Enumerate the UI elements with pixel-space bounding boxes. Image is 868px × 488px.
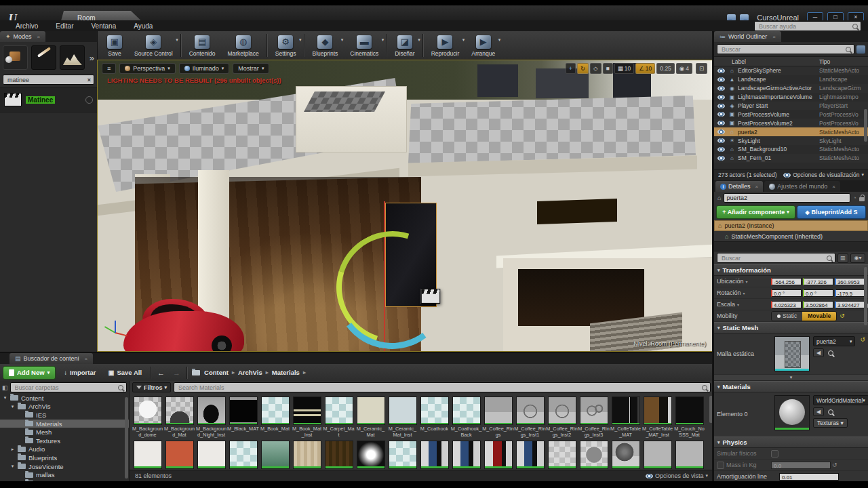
browse-icon[interactable] <box>828 350 833 356</box>
tree-arrow-icon[interactable]: ▾ <box>10 404 15 409</box>
static-mesh-dropdown[interactable]: puerta2▾ <box>813 336 855 346</box>
scale-x-input[interactable]: 4.026323 <box>771 301 802 308</box>
close-icon[interactable]: × <box>832 184 835 190</box>
asset-tile[interactable] <box>291 439 323 469</box>
asset-tile[interactable] <box>259 439 291 469</box>
toolbar-button-settings[interactable]: ⚙▾Settings <box>269 31 302 60</box>
section-materials[interactable]: ▾Materials <box>714 381 868 392</box>
use-selected-icon[interactable]: ◀ <box>813 348 824 357</box>
linear-damping-input[interactable]: 0.01 <box>779 473 839 481</box>
asset-tile-m_couch_nosss_mat[interactable]: M_Couch_NoSSS_Mat <box>673 394 705 439</box>
help-search-input[interactable] <box>757 22 852 30</box>
tab-content-browser[interactable]: ▤ Buscador de conteni × <box>9 353 93 364</box>
mode-paint-button[interactable] <box>31 45 56 70</box>
details-search-input[interactable] <box>720 254 827 262</box>
help-search-box[interactable] <box>754 21 861 31</box>
matinee-actor-icon[interactable] <box>421 289 441 304</box>
red-car-mesh[interactable] <box>123 299 244 352</box>
asset-tile[interactable] <box>132 439 163 469</box>
asset-tile-m_background_mat[interactable]: M_Background_Mat <box>163 394 195 439</box>
column-settings-icon[interactable]: ▥ <box>837 253 848 263</box>
mass-override-checkbox[interactable] <box>717 462 724 469</box>
folder-item-mallas[interactable]: mallas <box>0 470 129 479</box>
folder-item-content[interactable]: ▾Content <box>0 394 129 403</box>
outliner-row-editorskysphere[interactable]: ⌂EditorSkySphereStaticMeshActo <box>714 66 868 75</box>
more-modes-chevron-icon[interactable]: » <box>90 53 94 63</box>
collapse-sources-icon[interactable]: ◧ <box>2 384 8 391</box>
folder-search-input[interactable] <box>14 384 118 392</box>
asset-tile-m_coffetable_mat_inst[interactable]: M_CoffeTable_MAT_Inst <box>642 394 673 439</box>
asset-tile[interactable] <box>673 439 705 469</box>
section-transform[interactable]: ▾Transformación <box>714 264 868 276</box>
asset-tile-m_background_night_inst[interactable]: M_Background_Night_Inst <box>195 394 227 439</box>
tree-arrow-icon[interactable]: ▾ <box>10 464 15 469</box>
eye-icon[interactable] <box>717 129 725 134</box>
close-icon[interactable]: × <box>37 34 41 40</box>
asset-tile-m_ceramic_mat_inst[interactable]: M_Ceramic_Mat_Inst <box>387 394 418 439</box>
mobility-movable-button[interactable]: Movable <box>802 312 836 321</box>
menu-ventana[interactable]: Ventana <box>82 22 125 30</box>
view-options-button[interactable]: Opciones de visualización▾ <box>783 171 864 178</box>
toolbar-button-build[interactable]: ◪▾Diseñar <box>389 31 420 60</box>
dropdown-caret-icon[interactable]: ▾ <box>341 37 344 43</box>
reset-icon[interactable]: ↺ <box>840 312 845 319</box>
location-y-input[interactable]: -377.326 <box>803 278 833 285</box>
eye-icon[interactable] <box>717 112 725 117</box>
rotation-snap-toggle[interactable]: ∠10 <box>635 63 655 74</box>
asset-tile[interactable] <box>482 439 514 469</box>
eye-icon[interactable] <box>717 95 725 100</box>
mode-landscape-button[interactable] <box>60 45 85 70</box>
add-new-button[interactable]: Add New▾ <box>3 366 56 380</box>
location-x-input[interactable]: -564.256 <box>771 278 802 285</box>
show-dropdown[interactable]: Mostrar▾ <box>233 63 269 74</box>
breadcrumb-item-materials[interactable]: Materials <box>272 369 300 376</box>
folder-search-box[interactable] <box>10 382 127 392</box>
folder-item-archvis[interactable]: ▾ArchVis <box>0 403 129 411</box>
folder-item-materials[interactable]: Materials <box>0 420 129 428</box>
close-icon[interactable]: × <box>772 34 776 40</box>
dropdown-caret-icon[interactable]: ▾ <box>498 37 501 43</box>
asset-tile-m_carpet_mat[interactable]: M_Carpet_Mat <box>323 394 355 439</box>
dropdown-caret-icon[interactable]: ▾ <box>462 37 465 43</box>
asset-tile-m_coffee_rings_inst1[interactable]: M_Coffee_Rings_Inst1 <box>514 394 546 439</box>
rotation-z-input[interactable]: -179.5 <box>835 289 865 297</box>
asset-tile-m_coffee_rings_inst2[interactable]: M_Coffee_Rings_Inst2 <box>546 394 578 439</box>
asset-tile-m_ceramic_mat[interactable]: M_Ceramic_Mat <box>355 394 387 439</box>
eye-icon[interactable] <box>717 121 725 125</box>
outliner-row-postprocessvolume[interactable]: ▣PostProcessVolumePostProcessVo <box>714 110 868 119</box>
asset-tile[interactable] <box>418 439 450 469</box>
back-button[interactable]: ← <box>155 369 167 377</box>
matinee-item[interactable]: Matinee <box>0 87 97 113</box>
asset-tile-m_black_mat[interactable]: M_Black_MAT <box>227 394 259 439</box>
scale-label[interactable]: Escala▾ <box>717 301 771 308</box>
outliner-row-puerta2[interactable]: ⌂puerta2StaticMeshActo <box>714 127 868 136</box>
modes-search-box[interactable]: × <box>3 75 94 85</box>
toolbar-button-source-control[interactable]: ◈▾Source Control <box>128 31 179 60</box>
folder-item-textures[interactable]: Textures <box>0 436 129 445</box>
folder-item-blueprints[interactable]: Blueprints <box>0 453 129 462</box>
asset-tile[interactable] <box>227 439 259 469</box>
view-options-button[interactable]: Opciones de vista▾ <box>646 472 708 479</box>
asset-tile-m_background_dome[interactable]: M_Background_dome <box>132 394 163 439</box>
maximize-viewport-button[interactable]: ⊡ <box>696 63 707 74</box>
toolbar-button-launch[interactable]: ▶▾Arranque <box>465 31 501 60</box>
vertical-splitter[interactable] <box>712 31 713 481</box>
scale-snap-toggle[interactable]: 0.25 <box>656 63 675 74</box>
use-selected-icon[interactable]: ◀ <box>813 407 824 416</box>
add-component-button[interactable]: + Añadir componente▾ <box>716 205 795 219</box>
simulate-physics-checkbox[interactable] <box>771 450 778 458</box>
folder-item-audio[interactable]: ▸Audio <box>0 445 129 454</box>
section-physics[interactable]: ▾Physics <box>714 436 868 448</box>
tab-world-settings[interactable]: Ajustes del mundo× <box>764 181 840 192</box>
outliner-search-box[interactable] <box>717 44 854 54</box>
close-icon[interactable]: × <box>755 184 759 190</box>
static-mesh-component-row[interactable]: ⌂StaticMeshComponent (Inherited) <box>714 231 868 241</box>
toolbar-button-blueprints[interactable]: ◆▾Blueprints <box>307 31 344 60</box>
mode-place-button[interactable] <box>3 45 28 70</box>
outliner-row-sm_fieldgrass_01[interactable]: ⌂SM_FieldGrass_01StaticMeshActo <box>714 163 868 163</box>
menu-archivo[interactable]: Archivo <box>7 22 47 30</box>
rotation-y-input[interactable]: 0.0 ° <box>803 289 833 297</box>
filters-button[interactable]: Filtros▾ <box>132 382 171 392</box>
scale-y-input[interactable]: 3.502864 <box>803 301 833 308</box>
folder-tree-scrollbar[interactable] <box>125 397 128 479</box>
